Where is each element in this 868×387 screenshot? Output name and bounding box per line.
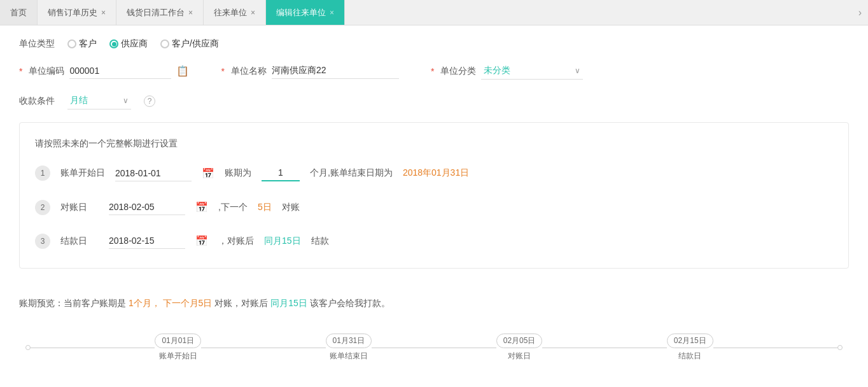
row2-calendar-icon[interactable]: 📅: [195, 201, 208, 213]
row3-calendar-icon[interactable]: 📅: [195, 235, 208, 247]
payment-terms-label: 收款条件: [19, 95, 55, 107]
timeline-line-5: [713, 348, 837, 348]
unit-info-row: * 单位编码 📋 * 单位名称 * 单位分类 未分类 ∨: [19, 62, 849, 80]
unit-code-group: * 单位编码 📋: [19, 63, 189, 79]
unit-name-label: 单位名称: [231, 66, 267, 77]
tab-edit-partner-label: 编辑往来单位: [276, 7, 326, 18]
unit-type-row: 单位类型 客户 供应商 客户/供应商: [19, 38, 849, 50]
timeline-line-4: [542, 348, 666, 348]
timeline-badge-1: 01月01日: [155, 334, 201, 348]
radio-both-circle: [160, 39, 169, 48]
row1-calendar-icon[interactable]: 📅: [202, 167, 214, 179]
unit-category-group: * 单位分类 未分类 ∨: [431, 62, 583, 80]
timeline-line-1: [31, 348, 155, 348]
row1-suffix-mid: 个月,账单结束日期为: [310, 167, 393, 179]
timeline-label-3: 对账日: [508, 351, 531, 362]
radio-both[interactable]: 客户/供应商: [160, 38, 219, 50]
unit-name-input[interactable]: [272, 63, 399, 79]
tab-home[interactable]: 首页: [0, 0, 38, 25]
section-tip: 请按照未来的一个完整帐期进行设置: [35, 138, 833, 150]
row1-suffix-pre: 账期为: [225, 167, 251, 179]
unit-category-arrow: ∨: [575, 66, 580, 75]
tab-cash-workbench-label: 钱货日清工作台: [127, 7, 185, 18]
timeline-dot-left: [25, 345, 31, 350]
timeline-line-3: [372, 348, 496, 348]
row3-suffix-pre: ，对账后: [218, 236, 254, 247]
row3-suffix-post: 结款: [311, 236, 329, 247]
unit-type-label: 单位类型: [19, 38, 55, 50]
preview-mid2: 对账，对账后: [214, 298, 268, 308]
row-num-2: 2: [35, 200, 50, 215]
radio-customer[interactable]: 客户: [67, 38, 97, 50]
radio-supplier[interactable]: 供应商: [109, 38, 148, 50]
timeline-point-3: 02月05日 对账日: [496, 334, 543, 362]
unit-code-input[interactable]: [69, 63, 171, 79]
unit-code-required: *: [19, 66, 22, 76]
help-icon[interactable]: ?: [144, 95, 155, 107]
radio-group: 客户 供应商 客户/供应商: [67, 38, 219, 50]
preview-period: 1个月，: [129, 298, 160, 308]
unit-code-label: 单位编码: [29, 66, 64, 77]
row3-date-input[interactable]: [109, 233, 185, 249]
row1-date-input[interactable]: [115, 165, 192, 181]
tab-edit-partner[interactable]: 编辑往来单位 ×: [266, 0, 345, 25]
timeline-label-2: 账单结束日: [330, 351, 368, 362]
unit-name-group: * 单位名称: [221, 63, 398, 79]
row2-highlight: 5日: [258, 202, 272, 213]
timeline-section: 01月01日 账单开始日 01月31日 账单结束日 02月05日 对账日: [19, 327, 849, 362]
unit-name-required: *: [221, 66, 224, 76]
payment-terms-dropdown[interactable]: 月结 ∨: [67, 92, 131, 109]
preview-tail: 该客户会给我打款。: [310, 298, 390, 308]
setting-row-1: 1 账单开始日 📅 账期为 个月,账单结束日期为 2018年01月31日: [35, 165, 833, 181]
row1-period-input[interactable]: [262, 165, 300, 181]
radio-supplier-label: 供应商: [121, 38, 148, 50]
tab-partners-close[interactable]: ×: [251, 8, 255, 17]
row2-suffix-pre: ,下一个: [218, 202, 248, 213]
tab-cash-workbench[interactable]: 钱货日清工作台 ×: [116, 0, 204, 25]
tab-sales-history-label: 销售订单历史: [48, 7, 97, 18]
payment-terms-row: 收款条件 月结 ∨ ?: [19, 92, 849, 109]
radio-customer-label: 客户: [79, 38, 97, 50]
unit-code-icon[interactable]: 📋: [176, 65, 189, 77]
payment-terms-arrow: ∨: [123, 96, 129, 105]
tab-partners-label: 往来单位: [214, 7, 247, 18]
tab-sales-history-close[interactable]: ×: [101, 8, 106, 17]
unit-category-required: *: [431, 66, 434, 76]
row2-date-input[interactable]: [109, 199, 185, 215]
row-num-3: 3: [35, 234, 50, 249]
unit-category-dropdown[interactable]: 未分类 ∨: [481, 62, 583, 80]
timeline-label-1: 账单开始日: [159, 351, 197, 362]
row2-label: 对账日: [60, 202, 99, 213]
unit-category-label: 单位分类: [440, 66, 476, 77]
timeline-badge-3: 02月05日: [496, 334, 543, 348]
tab-edit-partner-close[interactable]: ×: [330, 8, 334, 17]
timeline-point-4: 02月15日 结款日: [667, 334, 713, 362]
tab-bar: 首页 销售订单历史 × 钱货日清工作台 × 往来单位 × 编辑往来单位 × ›: [0, 0, 868, 25]
timeline-badge-4: 02月15日: [667, 334, 713, 348]
preview-mid: 下一个月5日: [163, 298, 213, 308]
radio-supplier-circle: [109, 39, 118, 48]
main-content: 单位类型 客户 供应商 客户/供应商 * 单位编码 📋 * 单位名称: [0, 25, 868, 387]
radio-customer-circle: [67, 39, 76, 48]
unit-category-value: 未分类: [484, 65, 510, 76]
payment-terms-value: 月结: [70, 95, 88, 106]
row3-label: 结款日: [60, 236, 99, 247]
row2-suffix-post: 对账: [282, 202, 300, 213]
row-num-1: 1: [35, 165, 50, 181]
radio-both-label: 客户/供应商: [172, 38, 219, 50]
tab-home-label: 首页: [10, 7, 27, 18]
settings-box: 请按照未来的一个完整帐期进行设置 1 账单开始日 📅 账期为 个月,账单结束日期…: [19, 122, 849, 269]
row1-period-end-date: 2018年01月31日: [403, 167, 469, 179]
tab-arrow[interactable]: ›: [852, 0, 868, 25]
tab-sales-history[interactable]: 销售订单历史 ×: [38, 0, 116, 25]
row1-label: 账单开始日: [60, 167, 105, 179]
tab-cash-workbench-close[interactable]: ×: [188, 8, 193, 17]
timeline-point-2: 01月31日 账单结束日: [326, 334, 372, 362]
row3-highlight: 同月15日: [264, 236, 301, 247]
setting-row-2: 2 对账日 📅 ,下一个 5日 对账: [35, 199, 833, 215]
preview-section: 账期预览：当前客户账期是 1个月， 下一个月5日 对账，对账后 同月15日 该客…: [19, 281, 849, 312]
timeline-dot-right: [837, 345, 843, 350]
setting-row-3: 3 结款日 📅 ，对账后 同月15日 结款: [35, 233, 833, 249]
timeline-badge-2: 01月31日: [326, 334, 372, 348]
tab-partners[interactable]: 往来单位 ×: [204, 0, 266, 25]
